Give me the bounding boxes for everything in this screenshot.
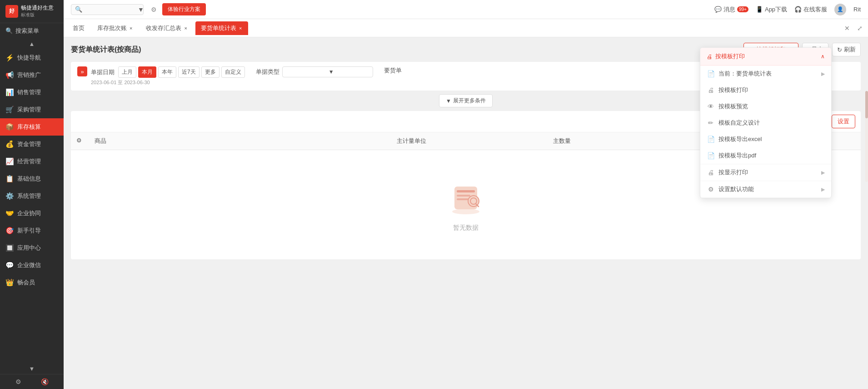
sidebar-item-finance[interactable]: 💰 资金管理	[0, 136, 64, 153]
dropdown-item-template-print-label: 按模板打印	[718, 86, 748, 94]
sidebar-item-marketing[interactable]: 📢 营销推广	[0, 66, 64, 84]
logo-text-wrap: 畅捷通好生意 标准版	[21, 5, 54, 18]
user-name[interactable]: Rit	[853, 6, 861, 13]
dropdown-default-header[interactable]: ⚙ 设置默认功能 ▶	[700, 181, 831, 197]
sidebar-item-collab[interactable]: 🤝 企业协同	[0, 205, 64, 222]
filter-expand-btn[interactable]: »	[77, 66, 87, 76]
refresh-btn[interactable]: ↻ 刷新	[832, 43, 861, 56]
sidebar-search-label: 搜索菜单	[15, 27, 39, 35]
expand-more-btn[interactable]: ▼ 展开更多条件	[439, 94, 493, 107]
filter-doc-type-label: 单据类型	[256, 68, 279, 76]
topbar-search-input[interactable]	[84, 6, 134, 13]
search-icon: 🔍	[75, 6, 82, 13]
dropdown-item-template-pdf-label: 按模板导出pdf	[718, 152, 756, 160]
topbar-right: 💬 消息 99+ 📱 App下载 🎧 在线客服 👤 Rit	[714, 4, 861, 15]
sidebar-item-system[interactable]: ⚙️ 系统管理	[0, 187, 64, 205]
template-print-icon: 🖨	[707, 86, 715, 94]
svg-rect-3	[457, 195, 470, 197]
date-btn-more[interactable]: 更多	[201, 66, 219, 78]
sidebar-item-corp-wechat[interactable]: 💬 企业微信	[0, 257, 64, 274]
settings-gear-icon[interactable]: ⚙	[76, 137, 82, 144]
dropdown-item-template-preview[interactable]: 👁 按模板预览	[700, 98, 831, 115]
dropdown-current-template[interactable]: 📄 当前：要货单统计表 ▶	[700, 66, 831, 82]
empty-text: 暂无数据	[453, 224, 479, 232]
dropdown-default-arrow: ▶	[821, 187, 825, 192]
app-download-btn[interactable]: 📱 App下载	[756, 5, 787, 14]
date-btn-this-month[interactable]: 本月	[138, 66, 156, 78]
dropdown-item-template-excel[interactable]: 📄 按模板导出excel	[700, 131, 831, 147]
filter-date-item: 单据日期 上月 本月 本年 近7天 更多 自定义 2023-06-01 至 20…	[91, 66, 245, 86]
dropdown-header-label: 按模板打印	[715, 52, 745, 61]
sidebar-item-basic-info[interactable]: 📋 基础信息	[0, 170, 64, 187]
experience-btn[interactable]: 体验行业方案	[162, 3, 206, 15]
dropdown-printer-icon: 🖨	[707, 53, 713, 60]
filter-doc-type-item: 单据类型 ▼	[256, 66, 373, 77]
dropdown-item-template-print[interactable]: 🖨 按模板打印	[700, 82, 831, 98]
dropdown-close-chevron[interactable]: ∧	[821, 53, 825, 60]
sidebar-item-quick-nav[interactable]: ⚡ 快捷导航	[0, 49, 64, 66]
online-service-btn[interactable]: 🎧 在线客服	[794, 5, 827, 14]
date-btn-custom[interactable]: 自定义	[221, 66, 245, 78]
sidebar-item-label: 快捷导航	[17, 54, 41, 62]
sidebar-settings-icon[interactable]: ⚙	[15, 378, 21, 385]
date-range-text: 2023-06-01 至 2023-06-30	[91, 79, 245, 86]
tab-home-label: 首页	[73, 24, 85, 32]
tab-home[interactable]: 首页	[67, 21, 90, 35]
sidebar-item-guide[interactable]: 🎯 新手引导	[0, 222, 64, 239]
th-qty: 主数量	[548, 132, 704, 150]
operations-icon: 📈	[5, 157, 14, 166]
date-btn-7days[interactable]: 近7天	[178, 66, 200, 78]
sidebar-scroll-down[interactable]: ▼	[0, 364, 64, 374]
default-func-icon: ⚙	[707, 186, 715, 193]
template-excel-icon: 📄	[707, 136, 715, 143]
tab-collection-summary-close[interactable]: ×	[183, 25, 188, 31]
scroll-thumb	[865, 91, 868, 118]
settings-btn[interactable]: 设置	[832, 115, 855, 128]
sidebar-item-member[interactable]: 👑 畅会员	[0, 274, 64, 291]
tab-batch-account[interactable]: 库存批次账 ×	[92, 21, 139, 35]
tabs-bar: 首页 库存批次账 × 收发存汇总表 × 要货单统计表 × ✕ ⤢	[64, 19, 868, 37]
tab-order-stats-close[interactable]: ×	[238, 25, 243, 31]
dropdown-item-template-excel-label: 按模板导出excel	[718, 135, 762, 143]
message-btn[interactable]: 💬 消息 99+	[714, 5, 748, 14]
tab-close-all-btn[interactable]: ✕	[843, 23, 852, 34]
sidebar-item-label: 企业微信	[17, 261, 41, 269]
dropdown-item-template-custom[interactable]: ✏ 模板自定义设计	[700, 115, 831, 131]
purchase-icon: 🛒	[5, 106, 14, 114]
sidebar-item-operations[interactable]: 📈 经营管理	[0, 153, 64, 170]
topbar-dropdown-icon[interactable]: ▼	[138, 6, 144, 13]
sidebar-search[interactable]: 🔍 搜索菜单	[0, 23, 64, 39]
scroll-indicator[interactable]	[865, 91, 868, 182]
dropdown-section-items: 🖨 按模板打印 👁 按模板预览 ✏ 模板自定义设计 📄 按模板导出excel 📄…	[700, 82, 831, 164]
sidebar: 好 畅捷通好生意 标准版 🔍 搜索菜单 ▲ ⚡ 快捷导航 📢 营销推广 📊 销售…	[0, 0, 64, 389]
sidebar-mute-icon[interactable]: 🔇	[41, 378, 49, 385]
sidebar-item-app-center[interactable]: 🔲 应用中心	[0, 239, 64, 257]
sidebar-item-sales[interactable]: 📊 销售管理	[0, 84, 64, 101]
dropdown-display-print-header[interactable]: 🖨 按显示打印 ▶	[700, 164, 831, 181]
topbar-gear-icon[interactable]: ⚙	[151, 6, 157, 13]
dropdown-item-template-pdf[interactable]: 📄 按模板导出pdf	[700, 147, 831, 164]
filter-doc-type-select[interactable]: ▼	[282, 66, 373, 77]
dropdown-section-default: ⚙ 设置默认功能 ▶	[700, 181, 831, 198]
sidebar-item-inventory[interactable]: 📦 库存核算	[0, 118, 64, 136]
message-badge: 99+	[737, 6, 748, 12]
sidebar-nav: ⚡ 快捷导航 📢 营销推广 📊 销售管理 🛒 采购管理 📦 库存核算 💰 资金管…	[0, 49, 64, 364]
tab-expand-btn[interactable]: ⤢	[855, 23, 864, 34]
date-btn-this-year[interactable]: 本年	[158, 66, 176, 78]
th-goods: 商品	[89, 132, 391, 150]
member-icon: 👑	[5, 278, 14, 287]
dropdown-display-print-left: 🖨 按显示打印	[707, 168, 748, 177]
topbar-search-wrap[interactable]: 🔍 ▼	[71, 4, 144, 15]
sales-icon: 📊	[5, 88, 14, 96]
tab-batch-account-close[interactable]: ×	[129, 25, 133, 31]
topbar: 🔍 ▼ ⚙ 体验行业方案 💬 消息 99+ 📱 App下载 🎧 在线客服 👤	[64, 0, 868, 19]
refresh-icon: ↻	[837, 46, 842, 53]
tab-collection-summary[interactable]: 收发存汇总表 ×	[140, 21, 193, 35]
display-print-icon: 🖨	[707, 169, 715, 176]
tab-order-stats[interactable]: 要货单统计表 ×	[195, 21, 248, 35]
sidebar-item-purchase[interactable]: 🛒 采购管理	[0, 101, 64, 118]
sidebar-scroll-up[interactable]: ▲	[0, 39, 64, 49]
user-avatar[interactable]: 👤	[834, 4, 846, 15]
date-btn-last-month[interactable]: 上月	[118, 66, 136, 78]
sidebar-item-label: 系统管理	[17, 192, 41, 200]
